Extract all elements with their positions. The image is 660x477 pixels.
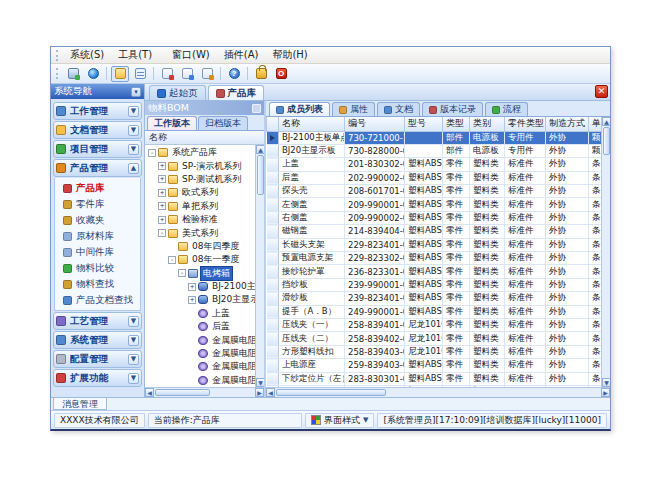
- grid-cell[interactable]: 外协: [546, 372, 589, 385]
- table-row[interactable]: 长磁头支架229-823401-00X塑料ABS零件塑料类标准件外协条: [267, 238, 602, 251]
- grid-cell[interactable]: 尼龙1010: [405, 345, 443, 358]
- grid-cell[interactable]: 208-601701-01X: [345, 185, 405, 198]
- expand-icon[interactable]: +: [158, 162, 166, 170]
- grid-cell[interactable]: 条: [589, 238, 602, 251]
- sidebar-section-1[interactable]: 文档管理▼: [53, 121, 142, 139]
- grid-cell[interactable]: 塑料ABS: [405, 252, 443, 265]
- exit-button[interactable]: O: [272, 66, 290, 82]
- menu-item-1[interactable]: 工具(T): [111, 48, 159, 61]
- grid-cell[interactable]: 后盖: [279, 171, 345, 184]
- grid-cell[interactable]: 塑料ABS: [405, 211, 443, 224]
- grid-cell[interactable]: 电源板: [470, 144, 505, 157]
- scroll-down-icon[interactable]: ▼: [602, 378, 610, 387]
- column-header-名称[interactable]: 名称: [279, 117, 345, 131]
- grid-cell[interactable]: 标准件: [505, 185, 546, 198]
- lock-button[interactable]: [252, 66, 270, 82]
- grid-cell[interactable]: 标准件: [505, 211, 546, 224]
- grid-cell[interactable]: 外协: [546, 198, 589, 211]
- grid-cell[interactable]: 塑料类: [470, 372, 505, 385]
- grid-cell[interactable]: 229-823302-00X: [345, 252, 405, 265]
- bom-tab-工作版本[interactable]: 工作版本: [147, 116, 197, 130]
- doc-tab-起始页[interactable]: 起始页: [149, 85, 206, 100]
- chevron-down-icon[interactable]: ▼: [128, 144, 139, 155]
- grid-cell[interactable]: 压线夹（一）: [279, 318, 345, 331]
- grid-cell[interactable]: 条: [589, 185, 602, 198]
- grid-cell[interactable]: 条: [589, 278, 602, 291]
- grid-cell[interactable]: 零件: [443, 265, 470, 278]
- sidebar-section-5[interactable]: 系统管理▼: [53, 331, 142, 349]
- grid-cell[interactable]: 塑料类: [470, 211, 505, 224]
- grid-cell[interactable]: 标准件: [505, 252, 546, 265]
- tree-node-检验标准[interactable]: +检验标准: [145, 213, 255, 226]
- grid-cell[interactable]: 外协: [546, 144, 589, 157]
- grid-cell[interactable]: 外协: [546, 252, 589, 265]
- expand-icon[interactable]: +: [158, 189, 166, 197]
- grid-cell[interactable]: 标准件: [505, 292, 546, 305]
- grid-cell[interactable]: 外协: [546, 359, 589, 372]
- grid-cell[interactable]: 条: [589, 265, 602, 278]
- grid-cell[interactable]: 标准件: [505, 332, 546, 345]
- tree-hscroll-thumb[interactable]: [155, 389, 210, 396]
- table-row[interactable]: 压线夹（一）258-839401-00X尼龙1010零件塑料类标准件外协条: [267, 318, 602, 331]
- grid-cell[interactable]: 条: [589, 359, 602, 372]
- grid-cell[interactable]: 塑料类: [470, 332, 505, 345]
- grid-cell[interactable]: 零件: [443, 211, 470, 224]
- grid-cell[interactable]: 标准件: [505, 225, 546, 238]
- grid-cell[interactable]: 条: [589, 158, 602, 171]
- tree-node-金属膜电阻器[interactable]: +金属膜电阻器: [145, 374, 255, 387]
- grid-vscroll-thumb[interactable]: [603, 127, 610, 155]
- bom-tab-归档版本[interactable]: 归档版本: [198, 116, 248, 130]
- expand-icon[interactable]: +: [158, 202, 166, 210]
- grid-cell[interactable]: 电源板: [470, 131, 505, 144]
- grid-cell[interactable]: 外协: [546, 131, 589, 144]
- grid-cell[interactable]: 标准件: [505, 318, 546, 331]
- ui-style-dropdown[interactable]: 界面样式 ▼: [305, 413, 374, 428]
- grid-cell[interactable]: 标准件: [505, 345, 546, 358]
- grid-cell[interactable]: 方形塑料线扣: [279, 345, 345, 358]
- grid-cell[interactable]: 上盖: [279, 158, 345, 171]
- chevron-down-icon[interactable]: ▼: [128, 335, 139, 346]
- sidebar-item-收藏夹[interactable]: 收藏夹: [55, 212, 140, 228]
- grid-cell[interactable]: 标准件: [505, 265, 546, 278]
- table-row[interactable]: 后盖202-990002-01X塑料ABS零件塑料类标准件外协条: [267, 171, 602, 184]
- grid-cell[interactable]: 条: [589, 171, 602, 184]
- grid-hscroll-thumb[interactable]: [276, 389, 386, 396]
- grid-cell[interactable]: BJ-2100主板单点: [279, 131, 345, 144]
- sidebar-section-0[interactable]: 工作管理▼: [53, 102, 142, 120]
- collapse-icon[interactable]: -: [168, 256, 176, 264]
- grid-cell[interactable]: 塑料类: [470, 171, 505, 184]
- grid-cell[interactable]: 零件: [443, 171, 470, 184]
- grid-cell[interactable]: 塑料ABS: [405, 265, 443, 278]
- column-header-类型[interactable]: 类型: [443, 117, 470, 131]
- detail-tab-成员列表[interactable]: 成员列表: [269, 102, 330, 116]
- grid-cell[interactable]: 258-839402-00X: [345, 332, 405, 345]
- grid-cell[interactable]: 塑料类: [470, 185, 505, 198]
- doc-edit-button[interactable]: [178, 66, 196, 82]
- expand-icon[interactable]: +: [188, 283, 196, 291]
- grid-cell[interactable]: 标准件: [505, 158, 546, 171]
- grid-cell[interactable]: 塑料类: [470, 252, 505, 265]
- table-row[interactable]: BJ20主显示板730-828000-04X部件电源板专用件外协颗: [267, 144, 602, 157]
- chevron-down-icon[interactable]: ▼: [128, 354, 139, 365]
- grid-cell[interactable]: 202-990002-01X: [345, 171, 405, 184]
- table-row[interactable]: 上盖201-830302-00X塑料ABS零件塑料类标准件外协条: [267, 158, 602, 171]
- table-row[interactable]: 磁钢盖214-839404-01X塑料ABS零件塑料类标准件外协条: [267, 225, 602, 238]
- sidebar-section-2[interactable]: 项目管理▼: [53, 140, 142, 158]
- grid-cell[interactable]: 预置电源支架: [279, 252, 345, 265]
- grid-cell[interactable]: 214-839404-01X: [345, 225, 405, 238]
- grid-cell[interactable]: 258-839403-00X: [345, 345, 405, 358]
- grid-cell[interactable]: 塑料ABS: [405, 372, 443, 385]
- grid-cell[interactable]: 零件: [443, 252, 470, 265]
- collapse-icon[interactable]: -: [148, 149, 156, 157]
- sidebar-item-零件库[interactable]: 零件库: [55, 196, 140, 212]
- grid-cell[interactable]: 条: [589, 225, 602, 238]
- grid-cell[interactable]: 外协: [546, 265, 589, 278]
- help-button[interactable]: ?: [225, 66, 243, 82]
- globe-button[interactable]: [84, 66, 102, 82]
- sidebar-section-7[interactable]: 扩展功能▼: [53, 369, 142, 387]
- grid-cell[interactable]: 249-990001-01X: [345, 305, 405, 318]
- tree-node-系统产品库[interactable]: -系统产品库: [145, 146, 255, 159]
- grid-cell[interactable]: 外协: [546, 345, 589, 358]
- tree-node-金属膜电阻器[interactable]: +金属膜电阻器: [145, 360, 255, 373]
- table-row[interactable]: 上电源座259-839403-00X塑料ABS零件塑料类标准件外协条: [267, 359, 602, 372]
